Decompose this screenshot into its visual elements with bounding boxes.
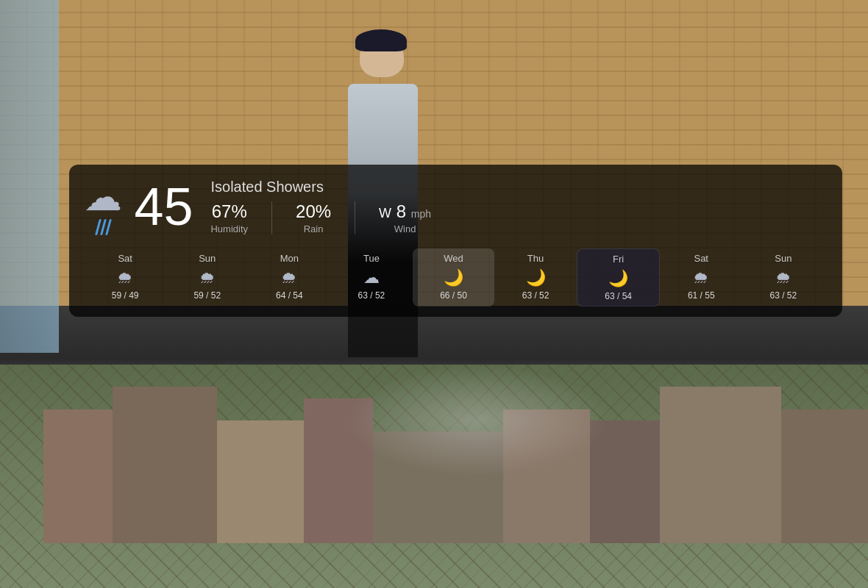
forecast-day-name: Sat [87, 253, 163, 264]
forecast-icon: 🌧 [252, 268, 328, 287]
hololens-headset [355, 29, 407, 51]
forecast-icon: 🌧 [169, 268, 246, 287]
city-model [0, 365, 868, 588]
wind-stat: W 8 mph Wind [379, 201, 431, 234]
forecast-day-sat-7: Sat 🌧 61 / 55 [660, 248, 742, 306]
forecast-day-name: Wed [416, 253, 492, 264]
stat-divider-1 [271, 201, 272, 234]
rain-label: Rain [296, 223, 331, 234]
forecast-temp: 63 / 52 [333, 290, 410, 301]
rain-stat: 20% Rain [296, 201, 331, 234]
weather-stats: 67% Humidity 20% Rain W 8 mph Wind [210, 201, 431, 234]
forecast-day-fri-6: Fri 🌙 63 / 54 [577, 248, 661, 306]
wind-value: W 8 mph [379, 201, 431, 222]
forecast-temp: 63 / 52 [745, 290, 822, 301]
stat-divider-2 [355, 201, 355, 234]
forecast-day-thu-5: Thu 🌙 63 / 52 [494, 248, 577, 306]
window-left [0, 0, 59, 353]
forecast-temp: 63 / 52 [497, 290, 574, 301]
humidity-value: 67% [210, 201, 248, 222]
wind-unit: mph [411, 208, 431, 220]
forecast-day-tue-3: Tue ☁ 63 / 52 [330, 248, 413, 306]
current-condition-container: Isolated Showers 67% Humidity 20% Rain W… [210, 179, 431, 234]
wind-label: Wind [379, 223, 431, 234]
current-temperature: 45 [134, 180, 193, 233]
forecast-temp: 66 / 50 [416, 290, 492, 301]
forecast-icon: ☁ [333, 268, 410, 287]
forecast-icon: 🌙 [580, 269, 657, 288]
rain-value: 20% [296, 201, 331, 222]
forecast-day-sun-1: Sun 🌧 59 / 52 [166, 248, 249, 306]
weather-icon-container: ☁ [84, 178, 122, 235]
forecast-temp: 59 / 52 [169, 290, 246, 301]
forecast-day-name: Sun [169, 253, 246, 264]
humidity-label: Humidity [210, 223, 248, 234]
forecast-icon: 🌙 [497, 268, 574, 287]
forecast-day-name: Sat [663, 253, 739, 264]
forecast-day-mon-2: Mon 🌧 64 / 54 [249, 248, 331, 306]
forecast-day-name: Sun [745, 253, 822, 264]
wind-direction: W [379, 206, 391, 220]
forecast-temp: 63 / 54 [580, 291, 657, 301]
cloud-icon: ☁ [84, 178, 122, 216]
forecast-temp: 64 / 54 [252, 290, 328, 301]
forecast-temp: 59 / 49 [87, 290, 163, 301]
forecast-day-name: Tue [333, 253, 410, 264]
forecast-icon: 🌙 [416, 268, 492, 287]
forecast-row: Sat 🌧 59 / 49 Sun 🌧 59 / 52 Mon 🌧 64 / 5… [84, 248, 824, 306]
rain-lines [97, 219, 110, 235]
forecast-day-name: Fri [580, 254, 657, 265]
forecast-day-name: Thu [497, 253, 574, 264]
forecast-icon: 🌧 [745, 268, 822, 287]
forecast-temp: 61 / 55 [663, 290, 739, 301]
forecast-day-name: Mon [252, 253, 328, 264]
humidity-stat: 67% Humidity [210, 201, 248, 234]
forecast-icon: 🌧 [87, 268, 163, 287]
current-condition-text: Isolated Showers [210, 179, 431, 196]
forecast-icon: 🌧 [663, 268, 739, 287]
forecast-day-sat-0: Sat 🌧 59 / 49 [84, 248, 166, 306]
forecast-day-wed-4: Wed 🌙 66 / 50 [413, 248, 495, 306]
weather-panel: ☁ 45 Isolated Showers 67% Humidity 20% R… [69, 165, 842, 317]
current-weather-section: ☁ 45 Isolated Showers 67% Humidity 20% R… [84, 178, 824, 235]
wind-speed: 8 [396, 201, 406, 221]
forecast-day-sun-8: Sun 🌧 63 / 52 [742, 248, 825, 306]
